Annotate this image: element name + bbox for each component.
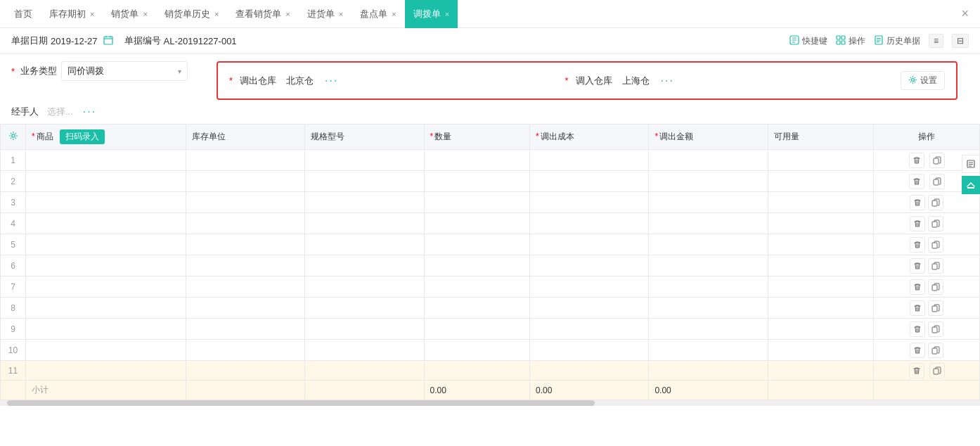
row-product-1[interactable] [26,150,186,171]
copy-icon-2[interactable] [929,174,945,189]
copy-icon-4[interactable] [928,216,943,231]
col-available: 可用量 [768,125,874,150]
date-value[interactable]: 2019-12-27 [51,36,98,46]
tab-close-view-sales[interactable]: × [285,10,290,18]
tab-close-transfer[interactable]: × [445,10,449,18]
table-header-row: *商品 扫码录入 库存单位 规格型号 *数量 *调出成本 *调出金额 [1,125,980,150]
delete-icon-1[interactable] [909,153,924,168]
actions-button[interactable]: 操作 [836,35,865,47]
copy-icon-9[interactable] [928,321,943,337]
history-icon [874,35,884,47]
toolbar-right: 快捷键 操作 历史单据 [789,34,969,48]
shortcuts-button[interactable]: 快捷键 [789,35,827,47]
tab-bar-close-button[interactable]: × [955,6,974,21]
delete-icon-9[interactable] [910,321,925,337]
col-unit: 库存单位 [186,125,304,150]
history-label: 历史单据 [886,35,920,47]
row-unit-1[interactable] [186,150,304,171]
tab-inventory-init[interactable]: 库存期初 × [41,0,103,28]
copy-icon-7[interactable] [928,279,943,295]
shortcuts-label: 快捷键 [802,35,827,47]
delete-icon-2[interactable] [909,174,924,189]
subtotal-cost: 0.00 [530,381,649,400]
copy-icon-5[interactable] [928,237,943,253]
delete-icon-6[interactable] [910,258,925,274]
svg-rect-19 [934,179,939,185]
copy-icon-6[interactable] [928,258,943,274]
operator-label: 经手人 [11,106,39,118]
tab-sales-order[interactable]: 销货单 × [103,0,155,28]
delete-icon-10[interactable] [910,343,925,358]
col-spec: 规格型号 [305,125,424,150]
row-num-2: 2 [1,171,26,192]
delete-icon-5[interactable] [910,237,925,253]
row-cost-1[interactable] [530,150,649,171]
tab-close-stocktake[interactable]: × [392,10,396,18]
settings-gear-icon [908,75,917,87]
copy-icon-1[interactable] [929,153,945,168]
svg-rect-24 [932,285,937,291]
svg-rect-25 [932,306,937,312]
row-spec-1[interactable] [305,150,424,171]
copy-icon-8[interactable] [928,300,943,316]
svg-rect-21 [932,222,937,227]
gear-icon [8,133,18,143]
row-qty-1[interactable] [424,150,530,171]
tab-sales-history[interactable]: 销货单历史 × [156,0,227,28]
delete-icon-7[interactable] [910,279,925,295]
tab-stocktake[interactable]: 盘点单 × [352,0,404,28]
copy-icon-11[interactable] [929,363,945,378]
target-warehouse-dots[interactable]: ··· [661,75,674,87]
business-type-field: * 业务类型 同价调拨 ▾ [11,61,194,81]
history-button[interactable]: 历史单据 [874,35,920,47]
svg-rect-23 [932,264,937,269]
settings-label: 设置 [920,75,937,87]
right-panel [962,155,980,194]
delete-icon-8[interactable] [910,300,925,316]
col-cost: *调出成本 [530,125,649,150]
tab-transfer[interactable]: 调拨单 × [405,0,458,28]
tab-close-sales-history[interactable]: × [214,10,219,18]
business-type-select[interactable]: 同价调拨 ▾ [61,61,188,81]
layout2-icon: ⊟ [957,36,964,46]
settings-button[interactable]: 设置 [901,71,945,90]
delete-icon-11[interactable] [909,363,924,378]
scan-button[interactable]: 扫码录入 [60,129,105,144]
tab-view-sales[interactable]: 查看销货单 × [227,0,298,28]
svg-rect-33 [967,187,974,189]
row-amount-1[interactable] [649,150,768,171]
source-warehouse-dots[interactable]: ··· [325,75,338,87]
tab-home[interactable]: 首页 [6,0,41,28]
row-product-2[interactable] [26,171,186,192]
delete-icon-4[interactable] [910,216,925,231]
copy-icon-10[interactable] [928,343,943,358]
scrollbar-thumb[interactable] [7,400,595,406]
shortcuts-icon [789,35,799,47]
business-type-label: 业务类型 [20,65,57,77]
tab-close-sales-order[interactable]: × [143,10,147,18]
toolbar: 单据日期 2019-12-27 单据编号 AL-20191227-001 [0,28,980,54]
delete-icon-3[interactable] [910,195,925,210]
tab-close-inventory-init[interactable]: × [90,10,94,18]
right-panel-expand-btn[interactable] [962,176,980,194]
svg-rect-0 [104,37,112,44]
svg-rect-26 [932,327,937,333]
operator-placeholder[interactable]: 选择... [47,106,73,118]
calendar-icon[interactable] [103,35,113,47]
row-num-1: 1 [1,150,26,171]
right-panel-list-btn[interactable] [962,155,980,173]
operator-dots[interactable]: ··· [83,106,96,118]
horizontal-scrollbar[interactable] [0,400,980,406]
layout-toggle-2[interactable]: ⊟ [952,34,969,48]
col-gear[interactable] [1,125,26,150]
svg-rect-22 [932,243,937,248]
tab-purchase[interactable]: 进货单 × [299,0,352,28]
layout1-icon: ≡ [934,36,939,46]
layout-toggle-1[interactable]: ≡ [929,34,943,48]
source-warehouse-field: * 调出仓库 北京仓 ··· [229,75,551,87]
tab-close-purchase[interactable]: × [339,10,343,18]
subtotal-label: 小计 [26,381,186,400]
copy-icon-3[interactable] [928,195,943,210]
warehouse-section: * 调出仓库 北京仓 ··· * 调入仓库 上海仓 ··· 设置 [217,61,958,100]
product-table-container: *商品 扫码录入 库存单位 规格型号 *数量 *调出成本 *调出金额 [0,124,980,400]
